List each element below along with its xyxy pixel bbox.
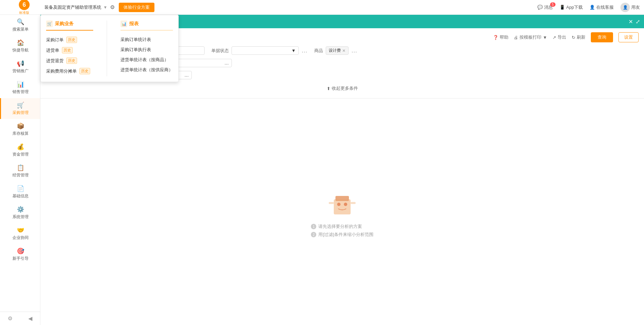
purchase-item-进货退货[interactable]: 进货退货 历史 [46,55,93,66]
sidebar-item-marketing[interactable]: 📢 营销推广 [0,56,40,77]
sidebar-item-quick-nav[interactable]: 🏠 快捷导航 [0,36,40,56]
phone-icon: 📱 [560,5,565,10]
tab-close-window-icon[interactable]: ✕ [629,18,633,25]
salesperson-arrow: … [224,60,229,66]
help-button[interactable]: ❓ 帮助 [493,34,508,40]
step-2-text: 用[过滤]条件来缩小分析范围 [318,232,373,238]
history-badge: 历史 [79,68,90,74]
settings-icon[interactable]: ⚙ [110,4,115,10]
message-icon: 💬 [537,5,543,10]
step-1-text: 请先选择要分析的方案 [318,224,362,230]
message-badge: 5 [550,2,556,7]
export-label: 导出 [558,34,566,40]
sidebar-item-icon-enterprise: 🤝 [17,227,24,234]
sidebar-item-system[interactable]: ⚙️ 系统管理 [0,202,40,223]
sidebar-item-icon-basic: 📄 [17,185,24,192]
svg-point-2 [337,203,341,206]
message-item[interactable]: 💬 消息 5 [537,4,553,10]
purchase-item-采购费用分摊单[interactable]: 采购费用分摊单 历史 [46,66,93,76]
industry-button[interactable]: 体验行业方案 [119,3,154,12]
sidebar: 🔍 搜索菜单 🏠 快捷导航 📢 营销推广 📊 销售管理 🛒 采购管理 📦 库存核… [0,15,40,325]
report-section-header: 📊 报表 [120,21,173,31]
sidebar-item-icon-system: ⚙️ [17,206,24,213]
print-button[interactable]: 🖨 按模板打印 ▼ [514,34,547,40]
report-item-采购订单统计表[interactable]: 采购订单统计表 [120,35,173,45]
sidebar-item-label-enterprise: 企业协同 [12,235,29,241]
sidebar-item-basic[interactable]: 📄 基础信息 [0,181,40,202]
purchase-item-label: 进货退货 [46,58,64,64]
sidebar-bottom: ⚙ ◀ [0,312,40,325]
goods-more[interactable]: … [351,47,357,54]
export-icon: ↗ [552,35,556,40]
order-status-label: 单据状态 [211,48,229,54]
sidebar-item-label-sales: 销售管理 [12,89,29,95]
report-item-label: 采购订单执行表 [120,47,151,53]
sidebar-item-icon-inventory: 📦 [17,122,24,130]
collapse-button[interactable]: ⬆ 收起更多条件 [46,83,639,94]
refresh-label: 刷新 [577,34,585,40]
goods-tag-close[interactable]: ✕ [342,48,346,53]
sidebar-item-search[interactable]: 🔍 搜索菜单 [0,15,40,36]
tab-right-buttons: ✕ ⤢ [629,18,644,25]
history-badge: 历史 [66,57,77,64]
print-label: 按模板打印 [520,34,541,40]
sidebar-item-sales[interactable]: 📊 销售管理 [0,77,40,98]
avatar: 👤 [620,3,630,12]
sidebar-settings-icon[interactable]: ⚙ [8,315,12,322]
purchase-item-进货单[interactable]: 进货单 历史 [46,45,93,55]
print-icon: 🖨 [514,35,518,40]
sidebar-item-inventory[interactable]: 📦 库存核算 [0,119,40,140]
sidebar-item-newbie[interactable]: 🎯 新手引导 [0,244,40,265]
system-name: 装备及固定资产辅助管理系统 ▼ [44,4,107,10]
sidebar-item-icon-newbie: 🎯 [17,247,24,255]
history-badge: 历史 [66,37,77,43]
svg-rect-4 [329,202,334,204]
empty-step-2: 2 用[过滤]条件来缩小分析范围 [311,232,373,238]
help-label: 帮助 [500,34,508,40]
empty-state: 1 请先选择要分析的方案 2 用[过滤]条件来缩小分析范围 [40,98,644,325]
report-item-采购订单执行表[interactable]: 采购订单执行表 [120,45,173,55]
goods-tag: 设计费 ✕ [326,46,349,55]
report-item-label: 进货单统计表（按供应商） [120,67,173,73]
order-status-filter: 单据状态 ▼ … [211,46,308,55]
service-icon: 👤 [589,5,595,10]
order-status-arrow: ▼ [291,48,296,53]
logo-area: 6 标准版 [4,0,44,15]
sidebar-item-label-system: 系统管理 [12,214,29,220]
order-status-select[interactable]: ▼ [231,46,299,55]
logo-icon: 6 [19,0,30,10]
sidebar-item-icon-finance: 💰 [17,143,24,151]
report-item-进货单统计表（按商品）[interactable]: 进货单统计表（按商品） [120,55,173,65]
svg-rect-0 [334,199,351,214]
header-right: 💬 消息 5 📱 App下载 👤 在线客服 👤 用友 [537,3,640,12]
top-header: 6 标准版 装备及固定资产辅助管理系统 ▼ ⚙ 体验行业方案 💬 消息 5 📱 … [0,0,644,15]
export-button[interactable]: ↗ 导出 [552,34,566,40]
purchase-item-采购订单[interactable]: 采购订单 历史 [46,35,93,45]
svg-rect-1 [335,196,349,201]
sidebar-item-label-finance: 资金管理 [12,152,29,157]
refresh-button[interactable]: ↻ 刷新 [572,34,585,40]
customer-more[interactable]: … [184,73,189,78]
print-dropdown-icon[interactable]: ▼ [543,35,547,40]
step-1-num: 1 [311,224,316,229]
sidebar-item-purchase[interactable]: 🛒 采购管理 [0,98,40,119]
purchase-section-icon: 🛒 [46,21,53,27]
system-dropdown-arrow[interactable]: ▼ [103,5,107,10]
sidebar-item-operation[interactable]: 📋 经营管理 [0,161,40,181]
online-service-item[interactable]: 👤 在线客服 [589,4,614,10]
refresh-icon: ↻ [572,35,575,40]
app-download-item[interactable]: 📱 App下载 [560,4,583,10]
order-status-more[interactable]: … [301,47,308,54]
purchase-section-title: 采购业务 [55,21,74,27]
settings-button[interactable]: 设置 [618,32,639,42]
sidebar-item-enterprise[interactable]: 🤝 企业协同 [0,223,40,244]
report-item-进货单统计表（按供应商）[interactable]: 进货单统计表（按供应商） [120,65,173,75]
step-2-num: 2 [311,232,316,237]
report-section: 📊 报表 采购订单统计表 采购订单执行表 进货单统计表（按商品） 进货单统计表（… [120,21,173,76]
sidebar-collapse-icon[interactable]: ◀ [28,315,32,322]
sidebar-item-finance[interactable]: 💰 资金管理 [0,140,40,161]
query-button[interactable]: 查询 [591,32,613,42]
tab-maximize-icon[interactable]: ⤢ [636,18,640,25]
user-item[interactable]: 👤 用友 [620,3,640,12]
collapse-label: 收起更多条件 [332,85,358,91]
